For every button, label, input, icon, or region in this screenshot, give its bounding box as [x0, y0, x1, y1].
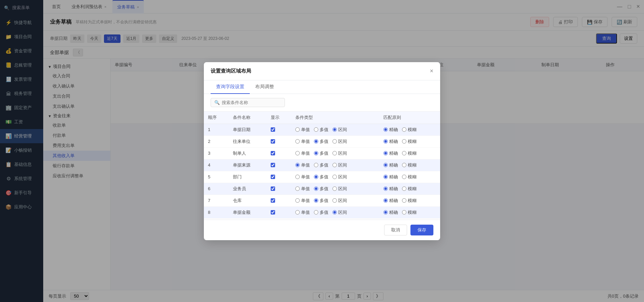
radio-type-单值[interactable]: 单值 — [295, 139, 310, 145]
row-match-cell: 精确模糊 — [379, 195, 440, 206]
radio-match-模糊[interactable]: 模糊 — [402, 209, 417, 216]
radio-type-单值[interactable]: 单值 — [295, 209, 310, 216]
row-match-cell: 精确模糊 — [379, 135, 440, 147]
modal-search-wrap: 🔍 — [211, 98, 285, 107]
row-show-checkbox[interactable] — [271, 175, 275, 179]
radio-type-区间[interactable]: 区间 — [332, 139, 347, 145]
row-type-cell: 单值多值区间 — [291, 183, 379, 195]
modal-col-name: 条件名称 — [229, 111, 267, 124]
radio-type-区间[interactable]: 区间 — [332, 186, 347, 192]
radio-match-模糊[interactable]: 模糊 — [402, 139, 417, 145]
radio-type-多值[interactable]: 多值 — [314, 127, 328, 133]
radio-type-多值[interactable]: 多值 — [314, 209, 328, 216]
row-match-cell: 精确模糊 — [379, 206, 440, 218]
row-show-cell — [267, 147, 292, 159]
radio-match-模糊[interactable]: 模糊 — [402, 162, 417, 168]
modal-table-row: 2往来单位单值多值区间精确模糊 — [204, 135, 440, 147]
modal-close-btn[interactable]: × — [430, 68, 433, 75]
modal-table-row: 8单据金额单值多值区间精确模糊 — [204, 206, 440, 218]
modal-overlay: 设置查询区域布局 × 查询字段设置 布局调整 🔍 顺序 条件名称 显示 条件类型 — [0, 0, 644, 302]
row-match-cell: 精确模糊 — [379, 171, 440, 183]
row-condition-name: 制单人 — [229, 147, 267, 159]
row-show-cell — [267, 206, 292, 218]
radio-match-精确[interactable]: 精确 — [383, 150, 398, 156]
modal-header: 设置查询区域布局 × — [204, 62, 440, 80]
row-show-cell — [267, 195, 292, 206]
row-show-checkbox[interactable] — [271, 139, 275, 144]
modal-col-order: 顺序 — [204, 111, 229, 124]
radio-match-精确[interactable]: 精确 — [383, 162, 398, 168]
radio-match-精确[interactable]: 精确 — [383, 209, 398, 216]
radio-type-多值[interactable]: 多值 — [314, 150, 328, 156]
radio-match-模糊[interactable]: 模糊 — [402, 174, 417, 180]
modal-table-row: 3制单人单值多值区间精确模糊 — [204, 147, 440, 159]
row-condition-name: 单据来源 — [229, 159, 267, 171]
row-index: 1 — [204, 124, 229, 135]
radio-match-精确[interactable]: 精确 — [383, 174, 398, 180]
modal-col-show: 显示 — [267, 111, 292, 124]
radio-type-区间[interactable]: 区间 — [332, 162, 347, 168]
radio-type-单值[interactable]: 单值 — [295, 127, 310, 133]
radio-type-多值[interactable]: 多值 — [314, 139, 328, 145]
modal-table-row: 1单据日期单值多值区间精确模糊 — [204, 124, 440, 135]
modal-cancel-btn[interactable]: 取消 — [384, 225, 407, 235]
radio-type-单值[interactable]: 单值 — [295, 162, 310, 168]
row-index: 5 — [204, 171, 229, 183]
radio-type-单值[interactable]: 单值 — [295, 186, 310, 192]
modal-table-row: 7仓库单值多值区间精确模糊 — [204, 195, 440, 206]
row-type-cell: 单值多值区间 — [291, 135, 379, 147]
radio-match-模糊[interactable]: 模糊 — [402, 150, 417, 156]
modal-col-match: 匹配原则 — [379, 111, 440, 124]
radio-match-精确[interactable]: 精确 — [383, 186, 398, 192]
row-condition-name: 仓库 — [229, 195, 267, 206]
radio-match-精确[interactable]: 精确 — [383, 127, 398, 133]
row-match-cell: 精确模糊 — [379, 147, 440, 159]
row-show-cell — [267, 183, 292, 195]
radio-match-精确[interactable]: 精确 — [383, 139, 398, 145]
modal-search-input[interactable] — [222, 100, 281, 105]
row-condition-name: 单据金额 — [229, 206, 267, 218]
row-show-checkbox[interactable] — [271, 163, 275, 167]
row-show-checkbox[interactable] — [271, 151, 275, 155]
modal-table-row: 4单据来源单值多值区间精确模糊 — [204, 159, 440, 171]
radio-match-精确[interactable]: 精确 — [383, 198, 398, 204]
row-type-cell: 单值多值区间 — [291, 195, 379, 206]
radio-type-单值[interactable]: 单值 — [295, 198, 310, 204]
modal-table-header: 顺序 条件名称 显示 条件类型 匹配原则 — [204, 111, 440, 124]
modal-col-type: 条件类型 — [291, 111, 379, 124]
modal-table-row: 5部门单值多值区间精确模糊 — [204, 171, 440, 183]
row-show-cell — [267, 124, 292, 135]
radio-type-多值[interactable]: 多值 — [314, 174, 328, 180]
radio-type-多值[interactable]: 多值 — [314, 186, 328, 192]
radio-match-模糊[interactable]: 模糊 — [402, 127, 417, 133]
radio-type-区间[interactable]: 区间 — [332, 174, 347, 180]
row-index: 3 — [204, 147, 229, 159]
radio-type-单值[interactable]: 单值 — [295, 150, 310, 156]
radio-type-单值[interactable]: 单值 — [295, 174, 310, 180]
row-index: 4 — [204, 159, 229, 171]
modal-title: 设置查询区域布局 — [211, 68, 251, 74]
row-show-checkbox[interactable] — [271, 210, 275, 215]
radio-type-区间[interactable]: 区间 — [332, 150, 347, 156]
row-index: 7 — [204, 195, 229, 206]
radio-match-模糊[interactable]: 模糊 — [402, 198, 417, 204]
row-show-cell — [267, 171, 292, 183]
radio-match-模糊[interactable]: 模糊 — [402, 186, 417, 192]
row-show-checkbox[interactable] — [271, 198, 275, 203]
radio-type-区间[interactable]: 区间 — [332, 127, 347, 133]
radio-type-多值[interactable]: 多值 — [314, 162, 328, 168]
row-show-checkbox[interactable] — [271, 186, 275, 191]
radio-type-多值[interactable]: 多值 — [314, 198, 328, 204]
modal-footer: 取消 保存 — [204, 220, 440, 240]
modal-save-btn[interactable]: 保存 — [410, 225, 433, 235]
modal-tab-query-fields[interactable]: 查询字段设置 — [211, 80, 250, 94]
radio-type-区间[interactable]: 区间 — [332, 198, 347, 204]
radio-type-区间[interactable]: 区间 — [332, 209, 347, 216]
row-match-cell: 精确模糊 — [379, 159, 440, 171]
row-show-checkbox[interactable] — [271, 127, 275, 132]
search-icon-modal: 🔍 — [214, 100, 220, 105]
modal-table-wrap: 顺序 条件名称 显示 条件类型 匹配原则 1单据日期单值多值区间精确模糊2往来单… — [204, 111, 440, 220]
modal-search-area: 🔍 — [204, 94, 440, 111]
modal-tab-layout[interactable]: 布局调整 — [250, 80, 279, 94]
row-show-cell — [267, 159, 292, 171]
